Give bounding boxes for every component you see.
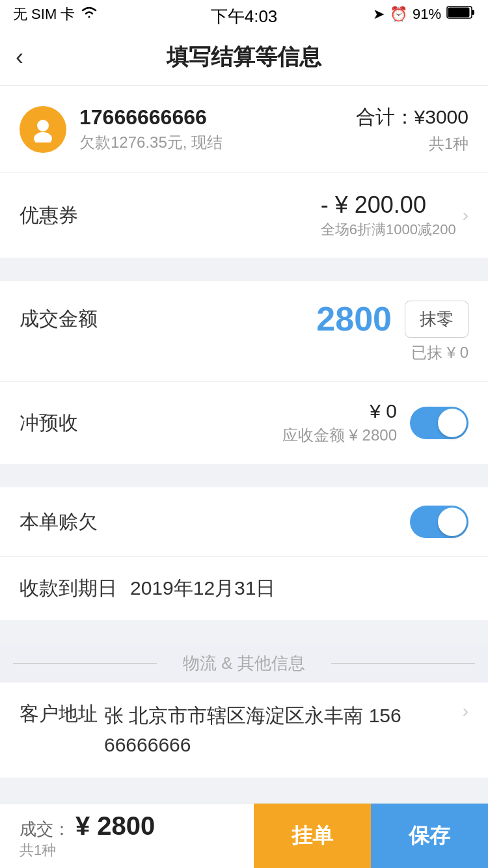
page-title: 填写结算等信息 (167, 42, 321, 72)
prereceive-sub: 应收金额 ¥ 2800 (282, 425, 397, 446)
footer-summary-count: 共1种 (20, 841, 234, 860)
total-count: 共1种 (356, 133, 468, 154)
logistics-label: 物流 & 其他信息 (183, 652, 305, 675)
amount-row: 成交金额 2800 抹零 (20, 299, 468, 338)
customer-sub: 欠款1276.35元, 现结 (79, 132, 223, 153)
back-button[interactable]: ‹ (16, 44, 23, 71)
coupon-info: - ¥ 200.00 全场6折满1000减200 (321, 191, 456, 239)
svg-rect-1 (472, 10, 474, 15)
amount-card: 成交金额 2800 抹零 已抹 ¥ 0 冲预收 ¥ 0 应收金额 ¥ 2800 (0, 281, 488, 464)
svg-rect-2 (448, 8, 470, 18)
status-bar: 无 SIM 卡 下午4:03 ➤ ⏰ 91% (0, 0, 488, 29)
divider-line-left (13, 663, 157, 664)
logistics-divider: 物流 & 其他信息 (0, 644, 488, 683)
battery-icon (446, 5, 475, 23)
toggle-knob (438, 409, 467, 437)
debit-toggle-knob (438, 508, 467, 536)
duedate-section: 收款到期日 2019年12月31日 (0, 556, 488, 620)
debit-toggle[interactable] (410, 506, 468, 538)
prereceive-value: ¥ 0 (282, 400, 397, 422)
duedate-value: 2019年12月31日 (130, 575, 275, 602)
status-left: 无 SIM 卡 (13, 5, 98, 24)
footer-bar: 成交： ¥ 2800 共1种 挂单 保存 (0, 803, 488, 868)
customer-row: 17666666666 欠款1276.35元, 现结 合计：¥3000 共1种 (0, 86, 488, 172)
amount-section: 成交金额 2800 抹零 已抹 ¥ 0 (0, 281, 488, 381)
divider-3 (0, 631, 488, 644)
prereceive-toggle[interactable] (410, 407, 468, 439)
hold-button[interactable]: 挂单 (254, 804, 371, 868)
address-label: 客户地址 (20, 701, 104, 727)
chevron-right-icon: › (463, 205, 468, 226)
footer-summary-amount: ¥ 2800 (75, 811, 155, 841)
customer-phone: 17666666666 (79, 105, 223, 129)
customer-info: 17666666666 欠款1276.35元, 现结 (79, 105, 223, 153)
address-section: 客户地址 张 北京市市辖区海淀区永丰南 156 66666666 › (0, 683, 488, 778)
coupon-row[interactable]: 优惠券 - ¥ 200.00 全场6折满1000减200 › (0, 172, 488, 258)
footer-summary-label: 成交： (20, 818, 70, 841)
duedate-row: 收款到期日 2019年12月31日 (20, 575, 468, 602)
avatar-person-icon (30, 116, 56, 142)
amount-label: 成交金额 (20, 306, 98, 332)
divider-1 (0, 268, 488, 281)
debit-label: 本单赊欠 (20, 509, 98, 536)
customer-card: 17666666666 欠款1276.35元, 现结 合计：¥3000 共1种 … (0, 86, 488, 258)
status-right: ➤ ⏰ 91% (373, 5, 475, 23)
battery-text: 91% (413, 6, 441, 23)
coupon-right: - ¥ 200.00 全场6折满1000减200 › (321, 191, 468, 239)
divider-2 (0, 474, 488, 487)
duedate-label: 收款到期日 (20, 575, 117, 602)
save-button[interactable]: 保存 (371, 804, 488, 868)
total-amount: 合计：¥3000 (356, 104, 468, 131)
prereceive-row: 冲预收 ¥ 0 应收金额 ¥ 2800 (20, 400, 468, 446)
prereceive-section: 冲预收 ¥ 0 应收金额 ¥ 2800 (0, 381, 488, 464)
wifi-icon (80, 5, 98, 23)
no-sim-text: 无 SIM 卡 (13, 5, 75, 24)
svg-point-4 (34, 132, 52, 142)
customer-right: 合计：¥3000 共1种 (356, 104, 468, 154)
prereceive-label: 冲预收 (20, 410, 78, 437)
address-chevron-icon: › (463, 701, 468, 722)
location-icon: ➤ (373, 6, 385, 23)
prereceive-right: ¥ 0 应收金额 ¥ 2800 (282, 400, 468, 446)
address-value: 张 北京市市辖区海淀区永丰南 156 66666666 (104, 701, 456, 759)
alarm-icon: ⏰ (390, 6, 407, 23)
status-time: 下午4:03 (211, 5, 278, 28)
address-card: 客户地址 张 北京市市辖区海淀区永丰南 156 66666666 › (0, 683, 488, 778)
coupon-label: 优惠券 (20, 202, 78, 229)
avatar (20, 106, 66, 153)
amount-value: 2800 (316, 299, 392, 338)
footer-summary: 成交： ¥ 2800 共1种 (0, 804, 254, 868)
customer-left: 17666666666 欠款1276.35元, 现结 (20, 105, 223, 153)
debit-card: 本单赊欠 收款到期日 2019年12月31日 (0, 487, 488, 620)
divider-line-right (331, 663, 475, 664)
round-button[interactable]: 抹零 (405, 301, 468, 338)
prereceive-amount: ¥ 0 应收金额 ¥ 2800 (282, 400, 397, 446)
debit-row: 本单赊欠 (20, 506, 468, 538)
address-row[interactable]: 客户地址 张 北京市市辖区海淀区永丰南 156 66666666 › (20, 701, 468, 759)
coupon-desc: 全场6折满1000减200 (321, 220, 456, 239)
amount-right: 2800 抹零 (316, 299, 468, 338)
svg-point-3 (37, 120, 49, 131)
coupon-discount: - ¥ 200.00 (321, 191, 456, 219)
nav-bar: ‹ 填写结算等信息 (0, 29, 488, 86)
amount-sub: 已抹 ¥ 0 (20, 342, 468, 363)
debit-section: 本单赊欠 (0, 487, 488, 556)
footer-summary-top: 成交： ¥ 2800 (20, 811, 234, 841)
